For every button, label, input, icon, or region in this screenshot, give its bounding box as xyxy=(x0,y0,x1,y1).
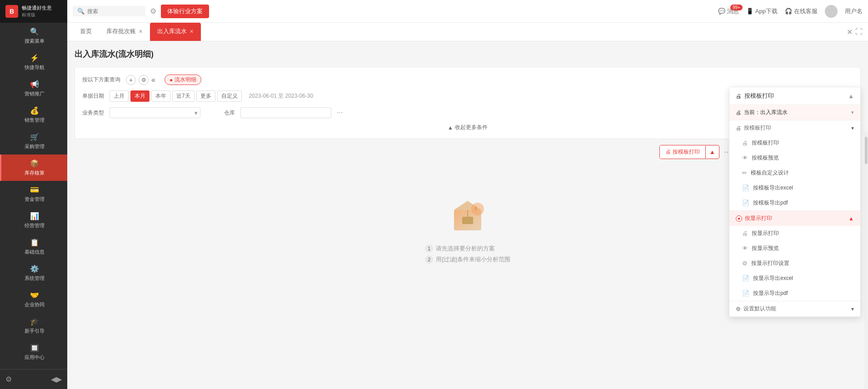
tab-close-inventory-batch[interactable]: ✕ xyxy=(139,29,143,35)
message-button[interactable]: 💬 消息 99+ xyxy=(718,7,739,15)
dropdown-item-display-print-settings[interactable]: ⚙ 按显示打印设置 xyxy=(729,256,860,271)
tab-maximize-button[interactable]: ⛶ xyxy=(855,28,863,36)
logo-icon: B xyxy=(5,5,18,18)
dropdown-item-template-preview[interactable]: 👁 按模板预览 xyxy=(729,150,860,165)
dropdown-current-section: 🖨 当前：出入库流水 ▾ xyxy=(729,105,860,120)
dropdown-current-header[interactable]: 🖨 当前：出入库流水 ▾ xyxy=(729,105,860,120)
warehouse-more-button[interactable]: ··· xyxy=(337,109,343,117)
date-btn-more[interactable]: 更多 xyxy=(196,90,215,102)
main-area: 🔍 ⚙ 体验行业方案 💬 消息 99+ 📱 App下载 🎧 在线客服 用户名 xyxy=(67,0,868,389)
sidebar-icon-system: ⚙️ xyxy=(30,264,39,273)
dropdown-item-icon-template-custom: ✏ xyxy=(742,170,747,176)
dropdown-section-display-print: ● 按显示打印 ▲ 🖨 按显示打印 👁 按显示预览 ⚙ 按显示打印设置 📄 按显… xyxy=(729,211,860,301)
collapse-button[interactable]: ▲ 收起更多条件 xyxy=(448,124,488,131)
dropdown-section-header-template-print[interactable]: 🖨 按模板打印 ▾ xyxy=(729,120,860,135)
tab-label-home: 首页 xyxy=(80,27,92,35)
tab-close-all-button[interactable]: ✕ xyxy=(847,28,853,36)
sidebar-label-search: 搜索菜单 xyxy=(25,38,45,45)
tab-bar: 首页库存批次账✕出入库流水✕ ✕ ⛶ xyxy=(67,23,868,41)
online-service-button[interactable]: 🎧 在线客服 xyxy=(785,7,818,15)
sidebar-item-finance[interactable]: 💳 资金管理 xyxy=(0,181,67,207)
dropdown-item-display-preview[interactable]: 👁 按显示预览 xyxy=(729,241,860,256)
sidebar-item-search[interactable]: 🔍 搜索菜单 xyxy=(0,23,67,49)
empty-hint-1: 1 请先选择要分析的方案 xyxy=(425,244,510,253)
sidebar-icon-marketing: 📢 xyxy=(30,80,39,89)
print-dropdown-button[interactable]: ▲ xyxy=(705,146,719,158)
svg-text:!: ! xyxy=(475,205,477,212)
sidebar-item-sales[interactable]: 💰 销售管理 xyxy=(0,102,67,128)
tab-home[interactable]: 首页 xyxy=(73,23,99,41)
dropdown-section-default-settings[interactable]: ⚙ 设置默认功能 ▾ xyxy=(729,301,860,316)
date-btn-this_month[interactable]: 本月 xyxy=(130,90,150,102)
sidebar-item-wechat[interactable]: 💬 企业微信 xyxy=(0,365,67,369)
date-btn-7days[interactable]: 近7天 xyxy=(172,90,195,102)
dropdown-section-header-display-print[interactable]: ● 按显示打印 ▲ xyxy=(729,211,860,226)
search-box[interactable]: 🔍 xyxy=(73,6,145,16)
print-icon: 🖨 xyxy=(665,149,671,155)
sidebar-item-system[interactable]: ⚙️ 系统管理 xyxy=(0,260,67,286)
sidebar-item-basic[interactable]: 📋 基础信息 xyxy=(0,234,67,260)
sidebar-label-apps: 应用中心 xyxy=(25,354,45,361)
tab-inventory-batch[interactable]: 库存批次账✕ xyxy=(99,23,150,41)
collapse-label: 收起更多条件 xyxy=(455,124,488,131)
business-type-select[interactable] xyxy=(110,107,200,118)
sidebar-item-purchase[interactable]: 🛒 采购管理 xyxy=(0,128,67,155)
date-btn-custom[interactable]: 自定义 xyxy=(217,90,242,102)
sidebar-settings-icon[interactable]: ⚙ xyxy=(5,375,12,384)
print-button-group: 🖨 按模板打印 ▲ xyxy=(659,145,719,159)
print-main-button[interactable]: 🖨 按模板打印 xyxy=(660,145,705,159)
sidebar-item-apps[interactable]: 🔲 应用中心 xyxy=(0,339,67,365)
sidebar-item-operations[interactable]: 📊 经营管理 xyxy=(0,207,67,234)
tab-label-inventory-batch: 库存批次账 xyxy=(106,27,136,35)
dropdown-item-template-custom[interactable]: ✏ 模板自定义设计 xyxy=(729,165,860,180)
tab-close-inventory-flow[interactable]: ✕ xyxy=(190,29,194,35)
date-btn-prev_month[interactable]: 上月 xyxy=(110,90,129,102)
message-icon: 💬 xyxy=(718,8,725,15)
sidebar-label-basic: 基础信息 xyxy=(25,249,45,255)
topbar-gear-icon[interactable]: ⚙ xyxy=(150,7,156,15)
sidebar-label-finance: 资金管理 xyxy=(25,196,45,203)
sidebar-item-marketing[interactable]: 📢 营销推广 xyxy=(0,75,67,102)
dropdown-item-label-display-export-pdf: 按显示导出pdf xyxy=(753,289,788,297)
dropdown-item-label-template-preview: 按模板预览 xyxy=(752,154,779,162)
dropdown-item-display-print-item[interactable]: 🖨 按显示打印 xyxy=(729,226,860,241)
sidebar-item-inventory[interactable]: 📦 库存核算 xyxy=(0,155,67,181)
tab-inventory-flow[interactable]: 出入库流水✕ xyxy=(150,23,201,41)
company-name: 畅捷通好生意 xyxy=(22,5,52,11)
dropdown-item-template-export-pdf[interactable]: 📄 按模板导出pdf xyxy=(729,195,860,210)
sidebar-item-collab[interactable]: 🤝 企业协同 xyxy=(0,286,67,313)
dropdown-chevron-up[interactable]: ▲ xyxy=(848,93,854,100)
filter-tag-icon: ● xyxy=(170,77,173,83)
user-name: 用户名 xyxy=(845,7,863,15)
filter-action-buttons: + ⚙ « xyxy=(126,75,155,85)
business-type-select-wrapper xyxy=(110,107,200,118)
dropdown-item-template-export-excel[interactable]: 📄 按模板导出excel xyxy=(729,180,860,195)
filter-add-button[interactable]: + xyxy=(126,75,136,85)
sidebar-item-guide[interactable]: 🎓 新手引导 xyxy=(0,313,67,339)
page-content: 出入库流水(流水明细) 按以下方案查询 + ⚙ « ● 流水明细 单据日期 上月… xyxy=(67,41,868,389)
industry-button[interactable]: 体验行业方案 xyxy=(161,5,209,18)
dropdown-item-display-export-pdf[interactable]: 📄 按显示导出pdf xyxy=(729,286,860,301)
section-chevron-display-print: ▲ xyxy=(848,215,854,222)
sidebar-label-marketing: 营销推广 xyxy=(25,90,45,97)
dropdown-item-display-export-excel[interactable]: 📄 按显示导出excel xyxy=(729,271,860,286)
filter-tag[interactable]: ● 流水明细 xyxy=(165,75,201,85)
dropdown-item-icon-template-preview: 👁 xyxy=(742,155,748,161)
sidebar-icon-guide: 🎓 xyxy=(30,317,39,326)
empty-hint-2: 2 用[过滤]条件来缩小分析范围 xyxy=(425,255,510,264)
app-download-button[interactable]: 📱 App下载 xyxy=(746,7,778,15)
dropdown-print-icon: 🖨 xyxy=(736,93,742,100)
dropdown-item-template-print-item[interactable]: 🖨 按模板打印 xyxy=(729,135,860,150)
section-label-display-print: 按显示打印 xyxy=(745,214,772,222)
warehouse-input[interactable] xyxy=(240,107,331,118)
online-service-label: 在线客服 xyxy=(794,7,818,15)
sidebar-item-shortcut[interactable]: ⚡ 快捷导航 xyxy=(0,49,67,75)
date-btn-this_year[interactable]: 本年 xyxy=(151,90,170,102)
filter-collapse-button[interactable]: « xyxy=(151,76,155,84)
filter-gear-button[interactable]: ⚙ xyxy=(139,75,149,85)
dropdown-item-label-template-export-pdf: 按模板导出pdf xyxy=(753,199,788,207)
sidebar-collapse-icon[interactable]: ◀▶ xyxy=(51,375,62,384)
user-avatar[interactable] xyxy=(825,5,838,18)
section-chevron-template-print: ▾ xyxy=(851,125,854,131)
search-input[interactable] xyxy=(87,8,142,15)
